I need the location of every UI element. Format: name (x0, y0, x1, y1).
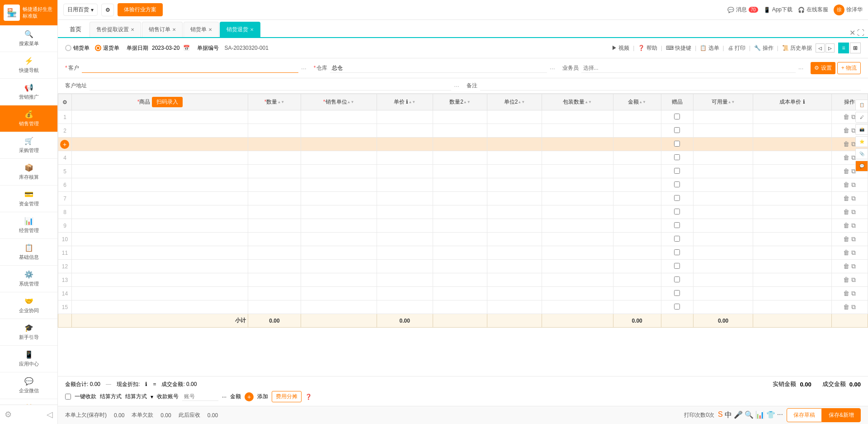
copy-row-icon[interactable]: ⧉ (851, 290, 856, 297)
available-sort-icon[interactable]: ▲▼ (728, 100, 735, 104)
sidebar-item-enterprise[interactable]: 🤝 企业协同 (0, 292, 57, 319)
pack-sort-icon[interactable]: ▲▼ (585, 100, 592, 104)
right-panel-btn-4[interactable]: ⭐ (855, 136, 868, 147)
unit2-sort-icon[interactable]: ▲▼ (518, 100, 525, 104)
copy-row-icon[interactable]: ⧉ (851, 208, 856, 216)
shortcut-key-button[interactable]: ⌨ 快捷键 (666, 44, 691, 52)
copy-row-icon[interactable]: ⧉ (851, 235, 856, 243)
topbar-gear-button[interactable]: ⚙ (101, 4, 114, 16)
next-record-button[interactable]: ▷ (826, 43, 835, 52)
warehouse-input[interactable] (330, 63, 547, 73)
available-cell[interactable] (693, 138, 753, 151)
sidebar-item-member[interactable]: 👑 畅会员 (0, 399, 57, 405)
sidebar-item-inventory[interactable]: 📦 库存核算 (0, 159, 57, 186)
search2-icon[interactable]: 🔍 (745, 410, 754, 420)
radio-sale-order[interactable]: 销货单 (65, 44, 90, 52)
online-service-button[interactable]: 🎧 在线客服 (798, 6, 828, 14)
save-draft-button[interactable]: 保存草稿 (787, 408, 822, 422)
tab-sales-order[interactable]: 销售订单 ✕ (142, 22, 183, 37)
close-sales-order-tab[interactable]: ✕ (172, 27, 176, 32)
radio-return-order[interactable]: 退货单 (95, 44, 119, 52)
fee-split-button[interactable]: 费用分摊 (272, 391, 302, 402)
unit-cell[interactable] (301, 138, 377, 151)
amount-cell[interactable] (613, 138, 661, 151)
price-cell[interactable] (377, 124, 433, 138)
unit-cell[interactable] (301, 124, 377, 138)
pack-qty-cell[interactable] (542, 110, 613, 124)
copy-row-icon[interactable]: ⧉ (851, 276, 856, 284)
delete-row-icon[interactable]: 🗑 (843, 181, 849, 189)
gift-cell[interactable] (661, 110, 693, 124)
delete-row-icon[interactable]: 🗑 (843, 113, 849, 121)
collapse-icon[interactable]: ◁ (47, 410, 53, 419)
note-input[interactable] (480, 81, 861, 91)
delete-row-icon[interactable]: 🗑 (843, 262, 849, 270)
qty-sort-icon[interactable]: ▲▼ (277, 100, 284, 104)
discount-help-icon[interactable]: ℹ (145, 381, 147, 387)
delete-row-icon[interactable]: 🗑 (843, 222, 849, 229)
sidebar-item-shortcut[interactable]: ⚡ 快捷导航 (0, 52, 57, 79)
close-sales-return-tab[interactable]: ✕ (250, 27, 254, 32)
tab-sales-delivery[interactable]: 销货单 ✕ (184, 22, 219, 37)
unit2-cell[interactable] (487, 138, 542, 151)
sidebar-item-system[interactable]: ⚙️ 系统管理 (0, 266, 57, 292)
unit-sort-icon[interactable]: ▲▼ (347, 100, 354, 104)
available-cell[interactable] (693, 124, 753, 138)
user-menu-button[interactable]: 徐 徐泽华 (834, 5, 863, 15)
sidebar-item-basic[interactable]: 📋 基础信息 (0, 239, 57, 266)
price-cell[interactable] (377, 110, 433, 124)
video-help-button[interactable]: ▶ 视频 (612, 44, 629, 52)
delete-row-icon[interactable]: 🗑 (843, 127, 849, 134)
column-settings-button[interactable]: ⚙ 设置 (811, 62, 835, 74)
cost-price-cell[interactable] (753, 110, 832, 124)
delete-row-icon[interactable]: 🗑 (843, 167, 849, 175)
close-price-setting-tab[interactable]: ✕ (131, 27, 134, 32)
sidebar-item-wechat[interactable]: 💬 企业微信 (0, 372, 57, 399)
right-panel-btn-1[interactable]: 📋 (855, 100, 868, 110)
staff-input[interactable] (581, 63, 796, 73)
copy-row-icon[interactable]: ⧉ (851, 181, 856, 189)
delete-row-icon[interactable]: 🗑 (843, 208, 849, 216)
calendar-icon[interactable]: 📅 (183, 45, 190, 51)
unit-cell[interactable] (301, 110, 377, 124)
copy-row-icon[interactable]: ⧉ (851, 249, 856, 257)
copy-row-icon[interactable]: ⧉ (851, 262, 856, 270)
right-panel-btn-2[interactable]: 🖊 (855, 112, 868, 123)
s-icon[interactable]: S (718, 410, 723, 420)
prev-record-button[interactable]: ◁ (816, 43, 825, 52)
copy-row-icon[interactable]: ⧉ (851, 303, 856, 311)
mic-icon[interactable]: 🎤 (734, 410, 743, 420)
pack-qty-cell[interactable] (542, 124, 613, 138)
copy-row-icon[interactable]: ⧉ (851, 222, 856, 229)
tab-price-setting[interactable]: 售价提取设置 ✕ (90, 22, 141, 37)
experience-plan-button[interactable]: 体验行业方案 (118, 3, 163, 16)
account-input[interactable] (182, 392, 218, 401)
print-button[interactable]: 🖨 打印 (728, 44, 745, 52)
maximize-button[interactable]: ⛶ (857, 29, 864, 37)
logistics-button[interactable]: + 物流 (837, 62, 861, 74)
address-input[interactable] (90, 81, 451, 91)
delete-row-icon[interactable]: 🗑 (843, 195, 849, 202)
delete-row-icon[interactable]: 🗑 (843, 140, 849, 148)
operate-button[interactable]: 🔧 操作 (754, 44, 773, 52)
scan-input-button[interactable]: 扫码录入 (152, 97, 183, 107)
amount-cell[interactable] (613, 110, 661, 124)
tab-home[interactable]: 首页 (63, 22, 88, 37)
app-download-button[interactable]: 📱 App下载 (764, 6, 793, 14)
cost-price-cell[interactable] (753, 124, 832, 138)
dots-icon[interactable]: ··· (222, 394, 226, 400)
col-settings[interactable]: ⚙ (58, 94, 72, 110)
qty-cell[interactable] (248, 124, 301, 138)
delete-row-icon[interactable]: 🗑 (843, 154, 849, 162)
qty2-cell[interactable] (433, 138, 487, 151)
staff-more-icon[interactable]: ··· (798, 65, 804, 72)
gift-cell[interactable] (661, 124, 693, 138)
qty2-sort-icon[interactable]: ▲▼ (463, 100, 471, 104)
warehouse-more-icon[interactable]: ··· (550, 65, 555, 72)
fee-help-icon[interactable]: ❓ (305, 394, 312, 400)
delete-row-icon[interactable]: 🗑 (843, 235, 849, 243)
price-sort-icon[interactable]: ▲▼ (408, 100, 415, 104)
product-cell[interactable] (72, 124, 248, 138)
history-order-button[interactable]: 📜 历史单据 (782, 44, 812, 52)
right-panel-btn-6[interactable]: 💬 (855, 161, 868, 172)
